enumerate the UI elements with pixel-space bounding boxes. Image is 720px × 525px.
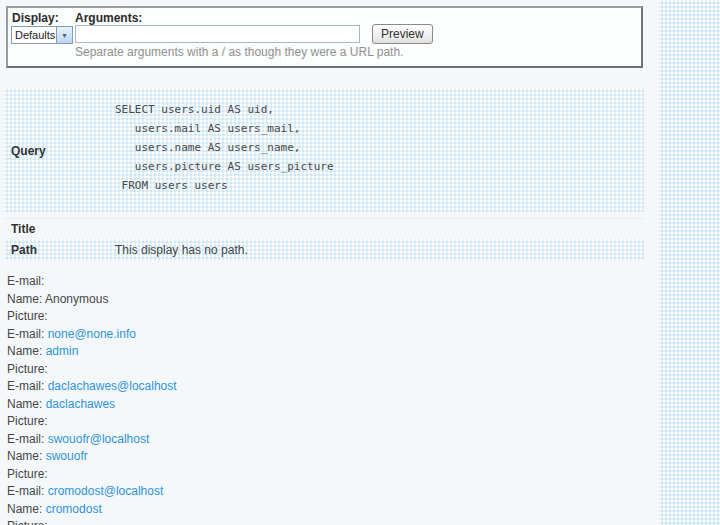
email-label: E-mail: (7, 432, 44, 446)
email-value-link[interactable]: none@none.info (48, 327, 136, 341)
name-label: Name: (7, 344, 42, 358)
query-row: Query SELECT users.uid AS uid, users.mai… (4, 88, 644, 213)
page-background-texture (659, 0, 720, 525)
name-value-link[interactable]: swouofr (46, 449, 88, 463)
result-line: Picture: (7, 308, 177, 326)
results-list: E-mail:Name: AnonymousPicture:E-mail: no… (7, 273, 177, 525)
chevron-down-icon: ▼ (56, 27, 72, 43)
title-label: Title (4, 222, 115, 236)
result-line: Name: Anonymous (7, 291, 177, 309)
email-label: E-mail: (7, 484, 44, 498)
email-value-link[interactable]: swouofr@localhost (48, 432, 150, 446)
result-line: Name: daclachawes (7, 396, 177, 414)
query-sql-text: SELECT users.uid AS uid, users.mail AS u… (115, 88, 334, 213)
result-line: Picture: (7, 518, 177, 525)
title-row: Title (4, 218, 644, 239)
result-line: Name: swouofr (7, 448, 177, 466)
display-select-value: Defaults (12, 29, 56, 41)
result-line: E-mail: (7, 273, 177, 291)
result-line: Picture: (7, 361, 177, 379)
preview-info-table: Query SELECT users.uid AS uid, users.mai… (4, 88, 644, 261)
result-line: Picture: (7, 466, 177, 484)
path-value: This display has no path. (115, 243, 248, 257)
name-label: Name: (7, 502, 42, 516)
path-row: Path This display has no path. (4, 239, 644, 261)
result-line: E-mail: none@none.info (7, 326, 177, 344)
name-value-link[interactable]: daclachawes (46, 397, 115, 411)
name-value-link[interactable]: cromodost (46, 502, 102, 516)
preview-button[interactable]: Preview (372, 24, 433, 44)
picture-label: Picture: (7, 362, 48, 376)
display-select[interactable]: Defaults ▼ (11, 26, 73, 44)
picture-label: Picture: (7, 519, 48, 525)
picture-label: Picture: (7, 414, 48, 428)
query-label: Query (4, 88, 115, 213)
preview-controls-fieldset: Display: Defaults ▼ Arguments: Preview S… (6, 6, 643, 68)
name-label: Name: (7, 397, 42, 411)
email-value-link[interactable]: daclachawes@localhost (48, 379, 177, 393)
path-label: Path (4, 243, 115, 257)
result-line: E-mail: swouofr@localhost (7, 431, 177, 449)
email-label: E-mail: (7, 379, 44, 393)
arguments-help-text: Separate arguments with a / as though th… (75, 45, 403, 59)
email-label: E-mail: (7, 327, 44, 341)
result-line: Picture: (7, 413, 177, 431)
name-label: Name: (7, 292, 42, 306)
picture-label: Picture: (7, 467, 48, 481)
page: { "form": { "display_label": "Display:",… (0, 0, 720, 525)
result-line: E-mail: daclachawes@localhost (7, 378, 177, 396)
email-label: E-mail: (7, 274, 44, 288)
name-value-link: Anonymous (45, 292, 108, 306)
result-line: Name: admin (7, 343, 177, 361)
email-value-link[interactable]: cromodost@localhost (48, 484, 164, 498)
arguments-label: Arguments: (75, 11, 142, 25)
result-line: E-mail: cromodost@localhost (7, 483, 177, 501)
display-label: Display: (12, 11, 59, 25)
arguments-input[interactable] (75, 25, 360, 43)
picture-label: Picture: (7, 309, 48, 323)
result-line: Name: cromodost (7, 501, 177, 519)
name-value-link[interactable]: admin (46, 344, 79, 358)
name-label: Name: (7, 449, 42, 463)
